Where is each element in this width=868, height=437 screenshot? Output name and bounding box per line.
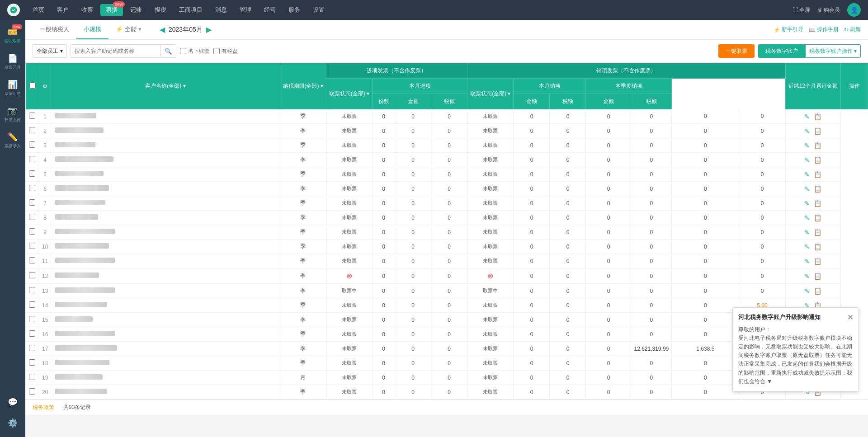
row-checkbox[interactable] [26,298,39,313]
nav-accounting[interactable]: 记账 [125,4,147,16]
row-customer-name[interactable] [51,182,280,196]
edit-icon[interactable]: ✎ [803,200,811,207]
copy-icon[interactable]: 📋 [812,185,823,193]
nav-tax[interactable]: 报税 [149,4,172,16]
edit-icon[interactable]: ✎ [803,142,811,149]
row-checkbox[interactable] [26,284,39,298]
row-checkbox[interactable] [26,109,39,124]
row-customer-name[interactable] [51,124,280,138]
edit-icon[interactable]: ✎ [803,258,811,265]
row-select[interactable] [29,359,35,366]
row-checkbox[interactable] [26,167,39,182]
search-input[interactable] [71,44,161,58]
nav-manage[interactable]: 管理 [234,4,257,16]
edit-icon[interactable]: ✎ [803,243,811,250]
period-prev[interactable]: ◀ [160,25,165,34]
checkbox-has-tax-disk[interactable]: 有税盘 [213,47,238,55]
edit-icon[interactable]: ✎ [803,185,811,193]
row-checkbox[interactable] [26,313,39,327]
col-out-status-header[interactable]: 取票状态(全部) ▾ [467,79,514,109]
row-customer-name[interactable] [51,240,280,254]
tax-policy-link[interactable]: 税务政策 [33,404,54,410]
row-customer-name[interactable] [51,138,280,153]
manual-btn[interactable]: 📖 操作手册 [809,26,839,33]
row-customer-name[interactable] [51,196,280,211]
row-select[interactable] [29,345,35,351]
row-select[interactable] [29,301,35,308]
row-customer-name[interactable] [51,225,280,240]
row-customer-name[interactable] [51,268,280,284]
tax-digital-account-btn[interactable]: 税务数字账户 [758,44,805,58]
row-customer-name[interactable] [51,327,280,342]
sidebar-item-invoice-summary[interactable]: 📊 票据汇总 [0,76,25,100]
row-checkbox[interactable] [26,182,39,196]
row-select[interactable] [29,141,35,148]
row-checkbox[interactable] [26,138,39,153]
nav-customer[interactable]: 客户 [52,4,74,16]
copy-icon[interactable]: 📋 [812,229,823,236]
row-checkbox[interactable] [26,240,39,254]
copy-icon[interactable]: 📋 [812,171,823,178]
tab-general-taxpayer[interactable]: 一般纳税人 [33,20,76,39]
sidebar-item-config[interactable]: ⚙️ [6,414,19,432]
nav-message[interactable]: 消息 [210,4,232,16]
col-in-status-header[interactable]: 取票状态(全部) ▾ [326,79,372,109]
row-customer-name[interactable] [51,385,280,399]
copy-icon[interactable]: 📋 [812,273,823,280]
sidebar-item-scan-upload[interactable]: 📷 扫描上传 [0,102,25,127]
tab-all[interactable]: ⚡ 全能 ▾ [108,20,149,39]
edit-icon[interactable]: ✎ [803,127,811,135]
copy-icon[interactable]: 📋 [812,156,823,164]
row-select[interactable] [29,330,35,337]
edit-icon[interactable]: ✎ [803,287,811,295]
copy-icon[interactable]: 📋 [812,214,823,221]
edit-icon[interactable]: ✎ [803,229,811,236]
row-checkbox[interactable] [26,327,39,342]
row-customer-name[interactable] [51,167,280,182]
edit-icon[interactable]: ✎ [803,171,811,178]
row-checkbox[interactable] [26,371,39,385]
col-customer-header[interactable]: 客户名称(全部) ▾ [51,63,280,109]
row-customer-name[interactable] [51,342,280,356]
row-customer-name[interactable] [51,153,280,167]
row-customer-name[interactable] [51,371,280,385]
nav-settings[interactable]: 设置 [307,4,330,16]
nav-home[interactable]: 首页 [27,4,50,16]
row-select[interactable] [29,185,35,191]
guide-btn[interactable]: ⚡ 新手引导 [774,26,803,33]
copy-icon[interactable]: 📋 [812,127,823,135]
nav-receive[interactable]: 收票 [76,4,99,16]
fullscreen-btn[interactable]: ⛶ 全屏 [793,6,810,14]
sidebar-item-invoice-open[interactable]: 📄 发票开具 [0,50,25,74]
row-select[interactable] [29,214,35,220]
copy-icon[interactable]: 📋 [812,287,823,295]
row-select[interactable] [29,199,35,206]
row-checkbox[interactable] [26,153,39,167]
edit-icon[interactable]: ✎ [803,113,811,120]
copy-icon[interactable]: 📋 [812,243,823,250]
row-customer-name[interactable] [51,211,280,225]
row-checkbox[interactable] [26,225,39,240]
edit-icon[interactable]: ✎ [803,214,811,221]
row-select[interactable] [29,127,35,133]
row-checkbox[interactable] [26,385,39,399]
row-checkbox[interactable] [26,124,39,138]
sidebar-item-invoice-entry[interactable]: ✏️ 票据录入 [0,128,25,153]
period-next[interactable]: ▶ [206,25,212,34]
employee-select[interactable]: 全部员工 ▾ [33,44,67,58]
refresh-btn[interactable]: ↻ 刷新 [844,26,861,33]
has-tax-disk-checkbox[interactable] [213,48,220,54]
row-checkbox[interactable] [26,211,39,225]
row-select[interactable] [29,388,35,395]
search-button[interactable]: 🔍 [161,44,176,58]
row-select[interactable] [29,287,35,293]
sidebar-item-smart-ticket[interactable]: 🎫 智能取票 new [0,23,25,48]
row-select[interactable] [29,257,35,263]
row-checkbox[interactable] [26,356,39,371]
tax-digital-account-dropdown[interactable]: 税务数字账户操作 ▾ [805,44,861,58]
row-checkbox[interactable] [26,342,39,356]
nav-operation[interactable]: 经营 [259,4,281,16]
edit-icon[interactable]: ✎ [803,156,811,164]
row-customer-name[interactable] [51,313,280,327]
notification-close-btn[interactable]: ✕ [847,313,853,322]
